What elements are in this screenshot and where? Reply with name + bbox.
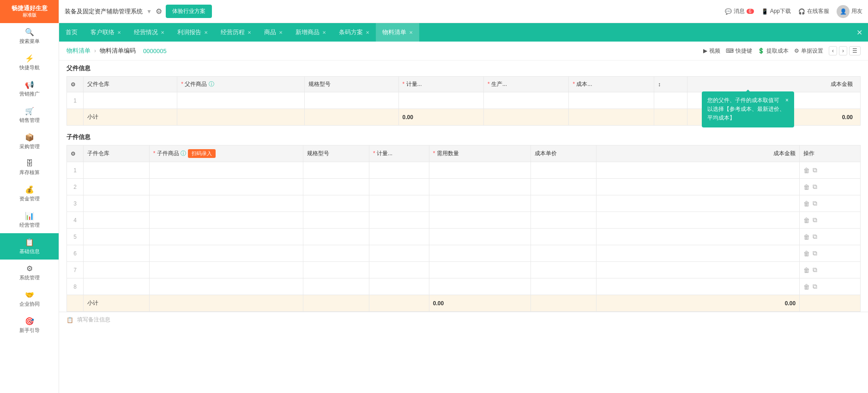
child-unit-cell[interactable] bbox=[369, 229, 429, 245]
child-unit-price-cell[interactable] bbox=[530, 278, 597, 295]
child-spec-cell[interactable] bbox=[303, 162, 369, 179]
sidebar-item-guide[interactable]: 🎯 新手引导 bbox=[0, 312, 59, 339]
child-unit-cell[interactable] bbox=[369, 212, 429, 229]
delete-icon[interactable]: 🗑 bbox=[803, 217, 810, 224]
delete-icon[interactable]: 🗑 bbox=[803, 233, 810, 241]
child-goods-cell[interactable] bbox=[149, 245, 303, 262]
copy-icon[interactable]: ⧉ bbox=[813, 166, 817, 174]
child-unit-price-cell[interactable] bbox=[530, 195, 597, 212]
child-qty-cell[interactable] bbox=[429, 162, 530, 179]
child-unit-price-cell[interactable] bbox=[530, 245, 597, 262]
delete-icon[interactable]: 🗑 bbox=[803, 183, 810, 191]
child-qty-cell[interactable] bbox=[429, 195, 530, 212]
sidebar-item-system[interactable]: ⚙ 系统管理 bbox=[0, 260, 59, 286]
tooltip-close-button[interactable]: × bbox=[785, 96, 789, 105]
child-unit-price-cell[interactable] bbox=[530, 262, 597, 278]
child-qty-cell[interactable] bbox=[429, 229, 530, 245]
child-warehouse-cell[interactable] bbox=[84, 262, 150, 278]
child-warehouse-cell[interactable] bbox=[84, 212, 150, 229]
child-unit-price-cell[interactable] bbox=[530, 212, 597, 229]
copy-icon[interactable]: ⧉ bbox=[813, 183, 817, 191]
sidebar-item-quicknav[interactable]: ⚡ 快捷导航 bbox=[0, 49, 59, 76]
delete-icon[interactable]: 🗑 bbox=[803, 283, 810, 290]
child-spec-cell[interactable] bbox=[303, 245, 369, 262]
delete-icon[interactable]: 🗑 bbox=[803, 266, 810, 274]
copy-icon[interactable]: ⧉ bbox=[813, 266, 817, 274]
child-unit-cell[interactable] bbox=[369, 245, 429, 262]
breadcrumb-parent[interactable]: 物料清单 bbox=[66, 47, 90, 55]
child-goods-cell[interactable] bbox=[149, 262, 303, 278]
child-qty-cell[interactable] bbox=[429, 245, 530, 262]
delete-icon[interactable]: 🗑 bbox=[803, 250, 810, 257]
copy-icon[interactable]: ⧉ bbox=[813, 233, 817, 241]
tab-new-goods[interactable]: 新增商品 ✕ bbox=[289, 23, 332, 42]
prev-page-button[interactable]: ‹ bbox=[829, 46, 837, 55]
child-goods-cell[interactable] bbox=[149, 162, 303, 179]
child-goods-cell[interactable] bbox=[149, 179, 303, 195]
close-icon[interactable]: ✕ bbox=[161, 30, 164, 35]
message-button[interactable]: 💬 消息 6 bbox=[725, 7, 754, 15]
copy-icon[interactable]: ⧉ bbox=[813, 249, 817, 257]
close-icon[interactable]: ✕ bbox=[279, 30, 283, 35]
view-video-button[interactable]: ▶ 视频 bbox=[703, 47, 720, 55]
copy-icon[interactable]: ⧉ bbox=[813, 216, 817, 224]
child-spec-cell[interactable] bbox=[303, 262, 369, 278]
doc-settings-button[interactable]: ⚙ 单据设置 bbox=[794, 47, 823, 55]
child-unit-price-cell[interactable] bbox=[530, 179, 597, 195]
child-warehouse-cell[interactable] bbox=[84, 278, 150, 295]
tab-barcode[interactable]: 条码方案 ✕ bbox=[332, 23, 376, 42]
online-service-button[interactable]: 🎧 在线客服 bbox=[798, 7, 829, 15]
scan-input-button[interactable]: 扫码录入 bbox=[188, 149, 216, 158]
child-spec-cell[interactable] bbox=[303, 212, 369, 229]
shortcut-button[interactable]: ⌨ 快捷键 bbox=[726, 47, 752, 55]
child-spec-cell[interactable] bbox=[303, 195, 369, 212]
parent-cost-cell[interactable] bbox=[569, 92, 654, 109]
child-warehouse-cell[interactable] bbox=[84, 229, 150, 245]
child-unit-cell[interactable] bbox=[369, 278, 429, 295]
delete-icon[interactable]: 🗑 bbox=[803, 167, 810, 174]
extract-cost-button[interactable]: 💲 提取成本 bbox=[758, 47, 789, 55]
close-icon[interactable]: ✕ bbox=[204, 30, 208, 35]
child-unit-cell[interactable] bbox=[369, 179, 429, 195]
tab-operations[interactable]: 经营情况 ✕ bbox=[127, 23, 171, 42]
close-all-button[interactable]: ✕ bbox=[851, 28, 868, 37]
close-icon[interactable]: ✕ bbox=[247, 30, 251, 35]
trial-button[interactable]: 体验行业方案 bbox=[166, 5, 212, 18]
tab-customers[interactable]: 客户联络 ✕ bbox=[84, 23, 127, 42]
child-spec-cell[interactable] bbox=[303, 229, 369, 245]
sidebar-item-sales[interactable]: 🛒 销售管理 bbox=[0, 102, 59, 128]
sidebar-item-purchase[interactable]: 📦 采购管理 bbox=[0, 128, 59, 155]
close-icon[interactable]: ✕ bbox=[366, 30, 369, 35]
sidebar-item-marketing[interactable]: 📢 营销推广 bbox=[0, 76, 59, 102]
child-warehouse-cell[interactable] bbox=[84, 195, 150, 212]
sidebar-item-basic[interactable]: 📋 基础信息 bbox=[0, 233, 59, 260]
sidebar-item-enterprise[interactable]: 🤝 企业协同 bbox=[0, 286, 59, 312]
child-goods-cell[interactable] bbox=[149, 229, 303, 245]
child-qty-cell[interactable] bbox=[429, 212, 530, 229]
parent-unit-cell[interactable] bbox=[398, 92, 483, 109]
child-qty-cell[interactable] bbox=[429, 179, 530, 195]
child-goods-cell[interactable] bbox=[149, 212, 303, 229]
parent-col-gear[interactable]: ⚙ bbox=[67, 77, 84, 92]
parent-warehouse-cell[interactable] bbox=[84, 92, 177, 109]
child-unit-cell[interactable] bbox=[369, 162, 429, 179]
child-spec-cell[interactable] bbox=[303, 278, 369, 295]
child-qty-cell[interactable] bbox=[429, 262, 530, 278]
list-view-button[interactable]: ☰ bbox=[849, 46, 861, 55]
parent-goods-cell[interactable] bbox=[177, 92, 305, 109]
tab-history[interactable]: 经营历程 ✕ bbox=[214, 23, 258, 42]
child-unit-cell[interactable] bbox=[369, 262, 429, 278]
child-goods-cell[interactable] bbox=[149, 195, 303, 212]
sidebar-item-finance[interactable]: 💰 资金管理 bbox=[0, 181, 59, 207]
child-warehouse-cell[interactable] bbox=[84, 162, 150, 179]
parent-spec-cell[interactable] bbox=[305, 92, 398, 109]
delete-icon[interactable]: 🗑 bbox=[803, 200, 810, 207]
child-qty-cell[interactable] bbox=[429, 278, 530, 295]
copy-icon[interactable]: ⧉ bbox=[813, 200, 817, 207]
user-avatar[interactable]: 👤 用友 bbox=[837, 5, 862, 18]
close-icon[interactable]: ✕ bbox=[117, 30, 121, 35]
parent-production-cell[interactable] bbox=[484, 92, 569, 109]
tab-bom[interactable]: 物料清单 ✕ bbox=[376, 23, 419, 42]
sidebar-item-operation[interactable]: 📊 经营管理 bbox=[0, 207, 59, 233]
child-warehouse-cell[interactable] bbox=[84, 179, 150, 195]
